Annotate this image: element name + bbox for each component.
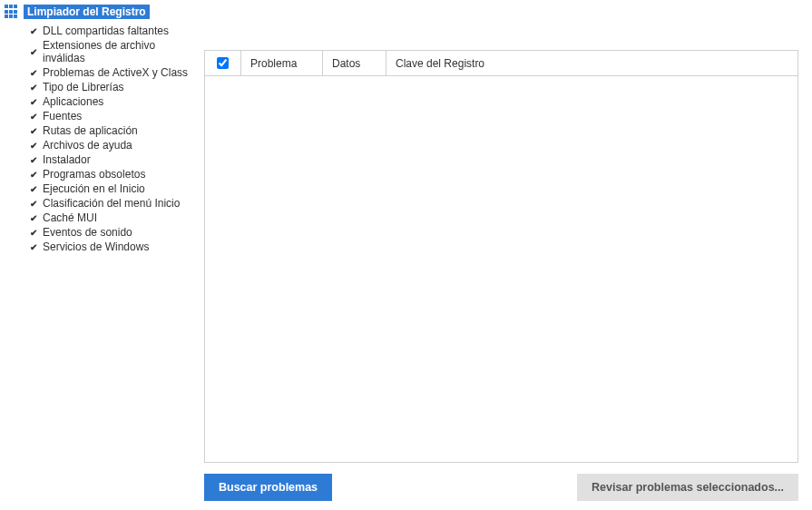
checkmark-icon: ✔: [30, 126, 43, 136]
checkmark-icon: ✔: [30, 97, 43, 107]
check-item-label: Clasificación del menú Inicio: [43, 197, 180, 210]
checkmark-icon: ✔: [30, 199, 43, 209]
check-list: ✔DLL compartidas faltantes✔Extensiones d…: [5, 21, 200, 254]
main-panel: Problema Datos Clave del Registro Buscar…: [200, 0, 812, 510]
check-item[interactable]: ✔Caché MUI: [30, 211, 200, 225]
check-item[interactable]: ✔Aplicaciones: [30, 94, 200, 109]
check-item[interactable]: ✔Archivos de ayuda: [30, 138, 200, 152]
check-item[interactable]: ✔Programas obsoletos: [30, 167, 200, 181]
checkmark-icon: ✔: [30, 184, 43, 194]
check-item-label: Extensiones de archivo inválidas: [43, 39, 200, 64]
results-table: Problema Datos Clave del Registro: [204, 50, 798, 463]
check-item-label: Fuentes: [43, 110, 82, 123]
check-item[interactable]: ✔Fuentes: [30, 109, 200, 123]
checkmark-icon: ✔: [30, 242, 43, 252]
check-item-label: Instalador: [43, 153, 91, 166]
check-item[interactable]: ✔Rutas de aplicación: [30, 123, 200, 138]
check-item-label: Aplicaciones: [43, 95, 103, 108]
check-item[interactable]: ✔Extensiones de archivo inválidas: [30, 38, 200, 65]
column-header-clave[interactable]: Clave del Registro: [386, 51, 797, 75]
check-item-label: Programas obsoletos: [43, 168, 145, 181]
search-problems-button[interactable]: Buscar problemas: [204, 474, 332, 501]
check-item-label: Rutas de aplicación: [43, 124, 138, 137]
check-item-label: Servicios de Windows: [43, 240, 149, 253]
checkmark-icon: ✔: [30, 155, 43, 165]
check-item[interactable]: ✔Instalador: [30, 152, 200, 167]
table-header: Problema Datos Clave del Registro: [205, 51, 797, 76]
check-item[interactable]: ✔Problemas de ActiveX y Class: [30, 65, 200, 80]
check-item[interactable]: ✔Tipo de Librerías: [30, 80, 200, 94]
check-item[interactable]: ✔Eventos de sonido: [30, 225, 200, 240]
footer: Buscar problemas Revisar problemas selec…: [204, 463, 798, 501]
check-item-label: Archivos de ayuda: [43, 139, 132, 152]
registry-grid-icon: [5, 5, 19, 19]
check-item-label: Caché MUI: [43, 211, 97, 224]
checkmark-icon: ✔: [30, 83, 43, 93]
review-selected-button[interactable]: Revisar problemas seleccionados...: [577, 474, 798, 501]
sidebar-title: Limpiador del Registro: [24, 5, 150, 19]
checkmark-icon: ✔: [30, 68, 43, 78]
check-item[interactable]: ✔DLL compartidas faltantes: [30, 24, 200, 38]
check-item-label: Ejecución en el Inicio: [43, 182, 145, 195]
sidebar: Limpiador del Registro ✔DLL compartidas …: [0, 0, 200, 510]
select-all-checkbox[interactable]: [217, 57, 229, 69]
column-header-problema[interactable]: Problema: [241, 51, 323, 75]
checkmark-icon: ✔: [30, 213, 43, 223]
check-item-label: Problemas de ActiveX y Class: [43, 66, 188, 79]
check-item[interactable]: ✔Servicios de Windows: [30, 240, 200, 254]
checkmark-icon: ✔: [30, 47, 43, 57]
column-header-datos[interactable]: Datos: [323, 51, 386, 75]
checkmark-icon: ✔: [30, 170, 43, 180]
checkmark-icon: ✔: [30, 141, 43, 151]
check-item-label: DLL compartidas faltantes: [43, 25, 169, 37]
sidebar-header: Limpiador del Registro: [5, 5, 200, 19]
checkmark-icon: ✔: [30, 26, 43, 36]
checkmark-icon: ✔: [30, 112, 43, 122]
check-item[interactable]: ✔Ejecución en el Inicio: [30, 181, 200, 196]
check-item-label: Eventos de sonido: [43, 226, 132, 239]
check-item-label: Tipo de Librerías: [43, 81, 124, 93]
checkmark-icon: ✔: [30, 228, 43, 238]
column-header-checkbox[interactable]: [205, 51, 241, 75]
check-item[interactable]: ✔Clasificación del menú Inicio: [30, 196, 200, 211]
